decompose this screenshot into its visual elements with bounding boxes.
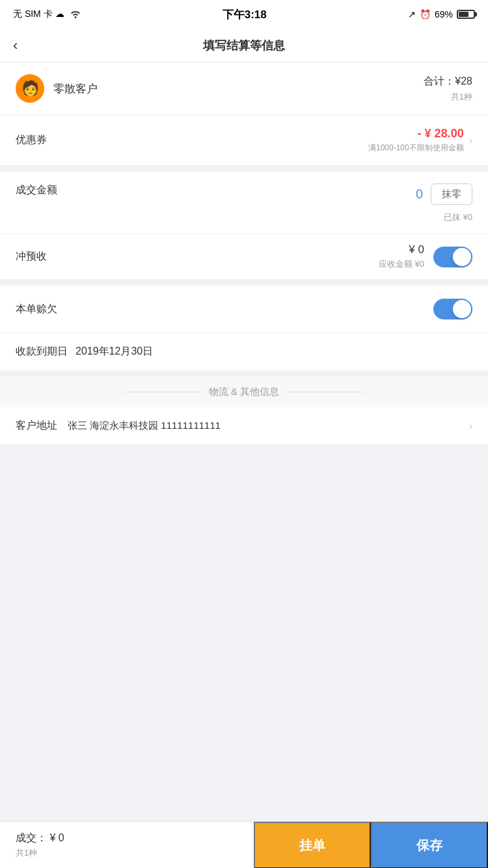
coupon-chevron: › xyxy=(469,135,472,146)
address-label: 客户地址 xyxy=(16,419,57,433)
round-button[interactable]: 抹零 xyxy=(431,183,472,205)
debit-toggle[interactable] xyxy=(433,299,472,319)
transaction-sub: 已抹 ¥0 xyxy=(0,211,488,234)
logistics-line-left xyxy=(124,392,202,392)
coupon-discount: - ¥ 28.00 xyxy=(368,127,464,141)
debit-section: 本单赊欠 收款到期日 2019年12月30日 xyxy=(0,286,488,370)
coupon-right-text: - ¥ 28.00 满1000-100不限制使用金额 xyxy=(368,127,464,154)
transaction-row: 成交金额 0 抹零 xyxy=(0,172,488,211)
bottom-info: 成交： ¥ 0 共1种 xyxy=(0,822,254,868)
logistics-title: 物流 & 其他信息 xyxy=(16,386,472,398)
location-icon: ↗ xyxy=(408,9,416,20)
bottom-bar: 成交： ¥ 0 共1种 挂单 保存 xyxy=(0,821,488,868)
avatar-icon: 🧑 xyxy=(21,80,39,97)
debit-toggle-knob xyxy=(453,300,471,318)
customer-right: 合计：¥28 共1种 xyxy=(424,75,472,103)
status-right: ↗ ⏰ 69% xyxy=(408,9,475,20)
content: 🧑 零散客户 合计：¥28 共1种 优惠券 - ¥ 28.00 满1000-10… xyxy=(0,62,488,581)
status-bar: 无 SIM 卡 ☁ 下午3:18 ↗ ⏰ 69% xyxy=(0,0,488,29)
coupon-right: - ¥ 28.00 满1000-100不限制使用金额 › xyxy=(368,127,472,154)
page-title: 填写结算等信息 xyxy=(203,38,285,53)
bottom-deal: 成交： ¥ 0 xyxy=(16,832,238,845)
debit-label: 本单赊欠 xyxy=(16,303,57,316)
coupon-desc: 满1000-100不限制使用金额 xyxy=(368,142,464,154)
address-row[interactable]: 客户地址 张三 海淀永丰科技园 11111111111 › xyxy=(0,407,488,444)
customer-total: 合计：¥28 xyxy=(424,75,472,88)
status-left: 无 SIM 卡 ☁ xyxy=(13,8,81,20)
customer-row: 🧑 零散客户 合计：¥28 共1种 xyxy=(0,62,488,115)
back-button[interactable]: ‹ xyxy=(13,37,18,54)
transaction-value: 0 xyxy=(416,187,423,202)
transaction-label: 成交金额 xyxy=(16,183,57,197)
status-time: 下午3:18 xyxy=(223,7,267,22)
customer-left: 🧑 零散客户 xyxy=(16,74,98,103)
transaction-right: 0 抹零 xyxy=(416,183,472,205)
prepay-amount: ¥ 0 xyxy=(379,243,424,256)
toggle-knob xyxy=(453,248,471,266)
prepay-row: 冲预收 ¥ 0 应收金额 ¥0 xyxy=(0,234,488,279)
nav-bar: ‹ 填写结算等信息 xyxy=(0,29,488,62)
battery-percent: 69% xyxy=(435,9,453,20)
prepay-receivable: 应收金额 ¥0 xyxy=(379,258,424,270)
bottom-count: 共1种 xyxy=(16,847,238,859)
customer-name: 零散客户 xyxy=(53,81,98,96)
save-button[interactable]: 保存 xyxy=(371,822,488,868)
battery-icon xyxy=(457,10,475,19)
empty-area xyxy=(0,451,488,581)
alarm-icon: ⏰ xyxy=(420,9,431,20)
date-row: 收款到期日 2019年12月30日 xyxy=(0,332,488,370)
bottom-deal-amount: ¥ 0 xyxy=(49,832,64,843)
logistics-section: 物流 & 其他信息 客户地址 张三 海淀永丰科技园 11111111111 › xyxy=(0,377,488,444)
coupon-label: 优惠券 xyxy=(16,133,47,147)
address-chevron: › xyxy=(469,420,472,432)
address-value: 张三 海淀永丰科技园 11111111111 xyxy=(68,420,469,432)
prepay-toggle[interactable] xyxy=(433,247,472,267)
logistics-header: 物流 & 其他信息 xyxy=(0,377,488,407)
debit-row: 本单赊欠 xyxy=(0,286,488,332)
prepay-values: ¥ 0 应收金额 ¥0 xyxy=(379,243,424,270)
hold-button[interactable]: 挂单 xyxy=(254,822,371,868)
logistics-line-right xyxy=(286,392,364,392)
prepay-right: ¥ 0 应收金额 ¥0 xyxy=(379,243,472,270)
coupon-row[interactable]: 优惠券 - ¥ 28.00 满1000-100不限制使用金额 › xyxy=(0,115,488,165)
prepay-label: 冲预收 xyxy=(16,250,47,264)
customer-count: 共1种 xyxy=(424,91,472,103)
wifi-icon xyxy=(70,9,81,20)
transaction-section: 成交金额 0 抹零 已抹 ¥0 冲预收 ¥ 0 应收金额 ¥0 xyxy=(0,172,488,279)
customer-section: 🧑 零散客户 合计：¥28 共1种 优惠券 - ¥ 28.00 满1000-10… xyxy=(0,62,488,165)
logistics-label: 物流 & 其他信息 xyxy=(209,386,279,398)
bottom-deal-label: 成交： xyxy=(16,832,47,843)
sim-label: 无 SIM 卡 ☁ xyxy=(13,8,64,20)
date-label: 收款到期日 xyxy=(16,345,68,359)
avatar: 🧑 xyxy=(16,74,44,103)
date-value: 2019年12月30日 xyxy=(75,345,153,359)
